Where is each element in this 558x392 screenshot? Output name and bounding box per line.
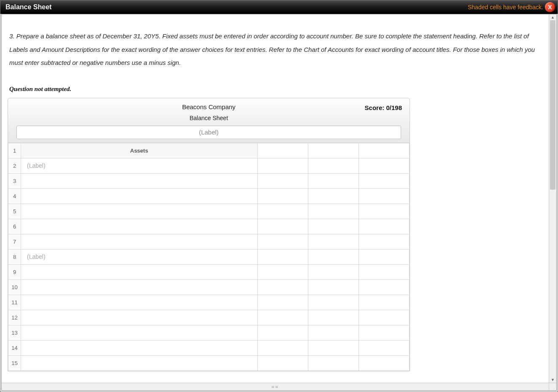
amount-input[interactable] <box>308 174 359 188</box>
content-frame: 3. Prepare a balance sheet as of Decembe… <box>1 14 557 391</box>
amount-input[interactable] <box>359 341 409 355</box>
description-input[interactable] <box>24 219 254 234</box>
statement-title: Balance Sheet <box>14 115 404 126</box>
amount-input[interactable] <box>258 295 308 310</box>
amount-cell <box>257 264 308 279</box>
amount-input[interactable] <box>258 174 308 188</box>
row-number: 7 <box>8 234 21 249</box>
amount-cell <box>308 264 359 279</box>
amount-input[interactable] <box>308 325 359 340</box>
amount-input[interactable] <box>308 189 359 204</box>
description-cell <box>21 355 258 371</box>
amount-input[interactable] <box>359 204 409 219</box>
description-input[interactable] <box>24 158 254 173</box>
scroll-down-arrow-icon[interactable]: ▼ <box>549 377 556 383</box>
description-input[interactable] <box>24 295 254 310</box>
window-title: Balance Sheet <box>5 3 51 11</box>
amount-input[interactable] <box>258 219 308 234</box>
amount-input[interactable] <box>258 310 308 325</box>
amount-cell <box>308 295 359 310</box>
amount-input[interactable] <box>308 341 359 355</box>
description-input[interactable] <box>24 234 254 249</box>
amount-input[interactable] <box>359 189 409 204</box>
description-input[interactable] <box>24 310 254 325</box>
amount-cell <box>257 279 308 295</box>
amount-input[interactable] <box>359 250 409 264</box>
amount-input[interactable] <box>258 265 308 279</box>
amount-cell <box>359 249 409 264</box>
horizontal-scrollbar[interactable]: == <box>2 383 549 390</box>
amount-cell <box>359 158 409 173</box>
amount-input[interactable] <box>258 234 308 249</box>
amount-input[interactable] <box>308 295 359 310</box>
amount-input[interactable] <box>308 250 359 264</box>
amount-input[interactable] <box>258 189 308 204</box>
close-button[interactable]: X <box>545 2 555 12</box>
amount-input[interactable] <box>308 280 359 295</box>
amount-input[interactable] <box>258 158 308 173</box>
description-input[interactable] <box>24 325 254 340</box>
amount-cell <box>308 234 359 249</box>
vertical-scrollbar[interactable]: ▲ ▼ <box>549 14 556 383</box>
description-input[interactable] <box>24 204 254 219</box>
vertical-scroll-thumb[interactable] <box>550 20 555 190</box>
amount-input[interactable] <box>308 234 359 249</box>
description-input[interactable] <box>24 250 254 264</box>
description-input[interactable] <box>24 265 254 279</box>
row-number: 1 <box>8 143 21 158</box>
amount-input[interactable] <box>359 219 409 234</box>
amount-input[interactable] <box>308 310 359 325</box>
score-display: Score: 0/198 <box>365 104 402 111</box>
table-row: 13 <box>8 325 410 340</box>
amount-input[interactable] <box>258 204 308 219</box>
row-number: 12 <box>8 310 21 325</box>
amount-cell <box>359 234 409 249</box>
description-cell <box>21 249 258 264</box>
amount-input[interactable] <box>359 234 409 249</box>
amount-input[interactable] <box>359 295 409 310</box>
amount-input[interactable] <box>359 174 409 188</box>
amount-input[interactable] <box>359 158 409 173</box>
amount-input[interactable] <box>308 204 359 219</box>
description-cell <box>21 204 258 219</box>
amount-input[interactable] <box>258 325 308 340</box>
row-number: 13 <box>8 325 21 340</box>
scroll-up-arrow-icon[interactable]: ▲ <box>549 14 556 20</box>
instructions-text: 3. Prepare a balance sheet as of Decembe… <box>2 14 549 74</box>
table-row: 11 <box>8 295 410 310</box>
amount-input[interactable] <box>308 158 359 173</box>
row-number: 10 <box>8 279 21 295</box>
amount-cell <box>359 188 409 204</box>
amount-input[interactable] <box>359 325 409 340</box>
amount-cell <box>257 310 308 325</box>
description-input[interactable] <box>24 356 254 371</box>
amount-input[interactable] <box>258 341 308 355</box>
amount-input[interactable] <box>359 310 409 325</box>
amount-cell <box>308 355 359 371</box>
description-input[interactable] <box>24 341 254 355</box>
amount-input[interactable] <box>258 280 308 295</box>
table-row: 6 <box>8 219 410 234</box>
amount-cell <box>359 173 409 188</box>
amount-input[interactable] <box>308 356 359 371</box>
amount-input[interactable] <box>308 219 359 234</box>
description-cell <box>21 340 258 355</box>
row-number: 15 <box>8 355 21 371</box>
resize-handle-icon[interactable]: == <box>271 384 279 390</box>
amount-cell <box>308 310 359 325</box>
description-input[interactable] <box>24 189 254 204</box>
amount-cell <box>359 295 409 310</box>
amount-cell <box>308 143 359 158</box>
description-input[interactable] <box>24 174 254 188</box>
amount-cell <box>359 355 409 371</box>
amount-cell <box>257 234 308 249</box>
amount-input[interactable] <box>359 280 409 295</box>
amount-input[interactable] <box>359 356 409 371</box>
amount-input[interactable] <box>359 265 409 279</box>
amount-input[interactable] <box>258 356 308 371</box>
description-input[interactable] <box>24 280 254 295</box>
amount-input[interactable] <box>308 265 359 279</box>
heading-label-input[interactable] <box>17 129 401 136</box>
amount-input[interactable] <box>258 250 308 264</box>
content-scroll-area[interactable]: 3. Prepare a balance sheet as of Decembe… <box>2 14 549 383</box>
